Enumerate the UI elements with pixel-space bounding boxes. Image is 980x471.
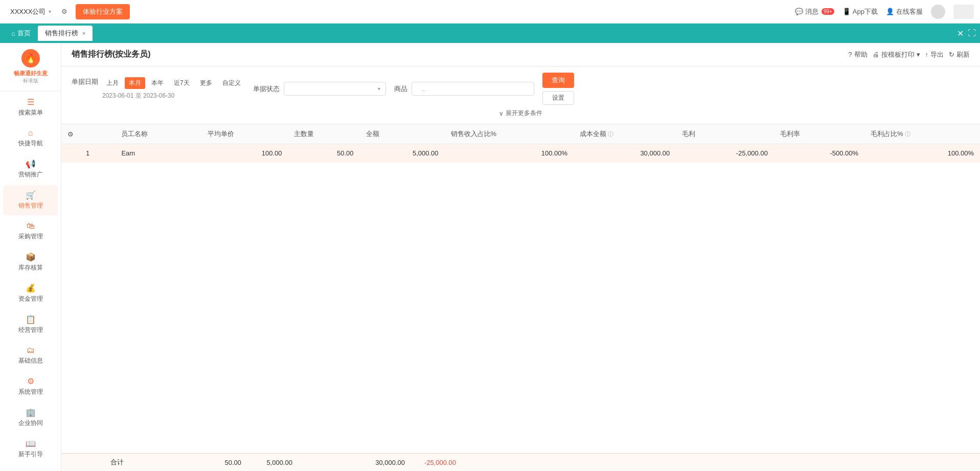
status-select[interactable]: ▾ xyxy=(284,82,386,96)
th-rank xyxy=(80,124,115,144)
sidebar-icon-marketing: 📢 xyxy=(26,159,36,169)
sidebar-item-search-order[interactable]: ☰ 搜索菜单 xyxy=(3,92,58,122)
row-avg-price-0: 100.00 xyxy=(201,144,288,163)
page-header-right: ? 帮助 🖨 按模板打印 ▾ ↑ 导出 ↻ 刷新 xyxy=(848,50,970,59)
message-badge: 99+ xyxy=(822,8,834,15)
footer-cost-amount: 30,000.00 xyxy=(360,459,411,466)
help-btn[interactable]: ? 帮助 xyxy=(848,50,867,59)
sidebar-item-sales-mgmt[interactable]: 🛒 销售管理 xyxy=(3,185,58,215)
date-filter-group: 单据日期 上月 本月 本年 近7天 更多 自定义 2023-06-01 至 20… xyxy=(72,77,245,100)
sidebar-icon-inventory: 📦 xyxy=(26,252,36,262)
setting-btn[interactable]: 设置 xyxy=(542,91,574,105)
th-settings: ⚙ xyxy=(61,124,80,144)
query-btn[interactable]: 查询 xyxy=(542,73,574,88)
date-tab-this-year[interactable]: 本年 xyxy=(147,77,168,89)
sidebar-item-finance[interactable]: 💰 资金管理 xyxy=(3,278,58,308)
expand-row[interactable]: ∨ 展开更多条件 xyxy=(72,109,970,118)
user-name-display xyxy=(953,5,974,19)
row-gross-rate-0: -500.00% xyxy=(774,144,864,163)
row-settings-0[interactable] xyxy=(61,144,80,163)
sidebar-item-quick-nav[interactable]: ⌂ 快捷导航 xyxy=(3,123,58,153)
sidebar-icon-system-mgmt: ⚙ xyxy=(27,376,34,386)
th-gross-rate: 毛利率 xyxy=(774,124,864,144)
gross-pct-info-icon[interactable]: ⓘ xyxy=(905,131,910,137)
help-icon: ? xyxy=(848,51,852,58)
trial-btn[interactable]: 体验行业方案 xyxy=(76,4,130,19)
message-icon: 💬 xyxy=(795,8,803,15)
logo-sub: 标准版 xyxy=(23,77,38,84)
sidebar-item-system-mgmt[interactable]: ⚙ 系统管理 xyxy=(3,371,58,401)
online-service-icon: 👤 xyxy=(886,8,894,15)
sidebar-item-basic-info[interactable]: 🗂 基础信息 xyxy=(3,341,58,370)
date-tab-7days[interactable]: 近7天 xyxy=(170,77,194,89)
tab-home-label: 首页 xyxy=(17,29,31,38)
sidebar-label-inventory: 库存核算 xyxy=(18,263,43,272)
main-layout: 🔥 畅康通好生意 标准版 ☰ 搜索菜单 ⌂ 快捷导航 📢 营销推广 🛒 销售管理… xyxy=(0,43,980,471)
sidebar-item-marketing[interactable]: 📢 营销推广 xyxy=(3,154,58,184)
logo-text: 畅康通好生意 xyxy=(14,70,48,77)
sidebar-icon-enterprise: 🏢 xyxy=(26,408,36,417)
row-sales-pct-0: 100.00% xyxy=(445,144,574,163)
avatar[interactable] xyxy=(931,5,945,19)
logo-icon: 🔥 xyxy=(21,49,40,68)
template-print-btn[interactable]: 🖨 按模板打印 ▾ xyxy=(873,50,920,59)
row-gross-profit-0: -25,000.00 xyxy=(676,144,774,163)
goods-more-icon[interactable]: ... xyxy=(421,85,426,93)
cost-info-icon[interactable]: ⓘ xyxy=(608,131,613,137)
app-download-item[interactable]: 📱 App下载 xyxy=(842,7,878,16)
sidebar-label-starter: 新手引导 xyxy=(18,450,43,459)
home-icon: ⌂ xyxy=(11,30,15,37)
tab-close-all-icon[interactable]: ✕ xyxy=(957,29,964,38)
template-print-arrow: ▾ xyxy=(917,51,920,58)
export-btn[interactable]: ↑ 导出 xyxy=(925,50,944,59)
tab-close-icon[interactable]: × xyxy=(82,30,85,36)
footer-main-qty: 50.00 xyxy=(207,459,247,466)
tab-bar: ⌂ 首页 销售排行榜 × ✕ ⛶ xyxy=(0,24,980,43)
sidebar-label-finance: 资金管理 xyxy=(18,295,43,303)
sidebar-item-app-center[interactable]: 📺 应用中心 xyxy=(3,465,58,471)
sidebar-label-quick-nav: 快捷导航 xyxy=(18,139,43,148)
row-main-qty-0: 50.00 xyxy=(288,144,359,163)
settings-icon-btn[interactable]: ⚙ xyxy=(57,5,72,19)
export-icon: ↑ xyxy=(925,51,929,58)
filter-bar: 单据日期 上月 本月 本年 近7天 更多 自定义 2023-06-01 至 20… xyxy=(61,66,980,124)
chevron-down-icon: ▾ xyxy=(49,9,51,14)
th-gross-pct: 毛利占比%ⓘ xyxy=(864,124,980,144)
message-item[interactable]: 💬 消息 99+ xyxy=(795,7,834,16)
tab-sales-ranking[interactable]: 销售排行榜 × xyxy=(38,26,93,41)
table-container: ⚙ 员工名称 平均单价 主数量 全额 销售收入占比% 成本全额ⓘ 毛利 xyxy=(61,124,980,453)
message-label: 消息 xyxy=(805,7,818,16)
refresh-btn[interactable]: ↻ 刷新 xyxy=(949,50,970,59)
sidebar-item-enterprise[interactable]: 🏢 企业协同 xyxy=(3,402,58,433)
sidebar-label-marketing: 营销推广 xyxy=(18,170,43,179)
date-tab-more[interactable]: 更多 xyxy=(196,77,216,89)
sidebar-item-inventory[interactable]: 📦 库存核算 xyxy=(3,247,58,277)
page-header: 销售排行榜(按业务员) ? 帮助 🖨 按模板打印 ▾ ↑ 导出 xyxy=(61,43,980,66)
sidebar-item-operations[interactable]: 📋 经营管理 xyxy=(3,309,58,340)
company-selector[interactable]: XXXXX公司 ▾ xyxy=(6,5,55,18)
status-label: 单据状态 xyxy=(253,84,280,94)
tab-restore-icon[interactable]: ⛶ xyxy=(968,29,976,38)
expand-arrow-icon: ∨ xyxy=(499,110,504,117)
footer-amount: 5,000.00 xyxy=(247,459,299,466)
status-select-arrow: ▾ xyxy=(378,86,380,92)
sidebar-item-starter[interactable]: 📖 新手引导 xyxy=(3,434,58,464)
online-service-item[interactable]: 👤 在线客服 xyxy=(886,7,923,16)
sidebar-label-purchase-mgmt: 采购管理 xyxy=(18,232,43,241)
tab-home[interactable]: ⌂ 首页 xyxy=(4,26,38,41)
sidebar-icon-finance: 💰 xyxy=(26,283,36,293)
date-tab-custom[interactable]: 自定义 xyxy=(218,77,245,89)
goods-input[interactable]: ... xyxy=(412,82,534,96)
date-tab-current-month[interactable]: 本月 xyxy=(125,77,145,89)
th-main-qty: 主数量 xyxy=(288,124,359,144)
app-container: XXXXX公司 ▾ ⚙ 体验行业方案 💬 消息 99+ 📱 App下载 👤 在线… xyxy=(0,0,980,471)
sidebar-item-purchase-mgmt[interactable]: 🛍 采购管理 xyxy=(3,216,58,246)
status-select-value xyxy=(289,85,291,93)
sidebar-label-sales-mgmt: 销售管理 xyxy=(18,201,43,210)
content-area: 销售排行榜(按业务员) ? 帮助 🖨 按模板打印 ▾ ↑ 导出 xyxy=(61,43,980,471)
goods-filter-group: 商品 ... xyxy=(394,82,534,96)
sidebar-label-basic-info: 基础信息 xyxy=(18,356,43,365)
date-tab-prev-month[interactable]: 上月 xyxy=(102,77,123,89)
table-header-row: ⚙ 员工名称 平均单价 主数量 全额 销售收入占比% 成本全额ⓘ 毛利 xyxy=(61,124,980,144)
column-settings-icon[interactable]: ⚙ xyxy=(67,130,74,138)
